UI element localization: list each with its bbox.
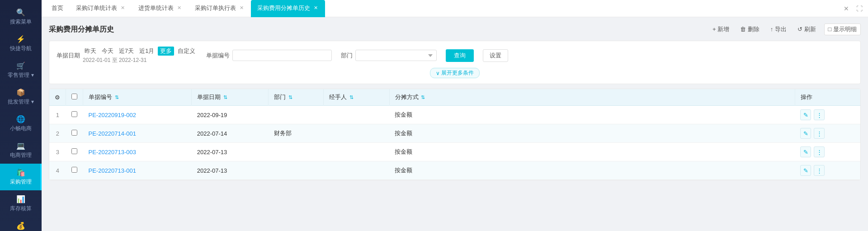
sidebar: 🔍搜索菜单⚡快捷导航🛒零售管理 ▾📦批发管理 ▾🌐小畅电商💻电商管理🛍️采购管理… — [0, 0, 42, 231]
row-split-1: 按金额 — [389, 124, 795, 143]
row-checkbox-0[interactable] — [66, 106, 83, 124]
row-docno-1[interactable]: PE-20220714-001 — [83, 124, 192, 143]
row-actions-0: ✎ ⋮ — [795, 106, 860, 124]
tab-inbound-summary[interactable]: 进货单统计表✕ — [132, 0, 189, 17]
col-settings[interactable]: ⚙ — [49, 89, 66, 106]
row-edit-btn-1[interactable]: ✎ — [800, 128, 811, 139]
table-row: 4 PE-20220713-001 2022-07-13 按金额 ✎ ⋮ — [49, 161, 860, 180]
shortcut-today[interactable]: 今天 — [100, 47, 115, 56]
shortcut-1month[interactable]: 近1月 — [137, 47, 156, 56]
sidebar-icon-quick: ⚡ — [2, 35, 40, 43]
col-split-method[interactable]: 分摊方式 ⇅ — [389, 89, 795, 106]
sidebar-icon-retail: 🛒 — [2, 61, 40, 70]
expand-more-row: ∨ 展开更多条件 — [57, 68, 853, 78]
row-docno-2[interactable]: PE-20220713-003 — [83, 143, 192, 161]
filter-settings-button[interactable]: 设置 — [483, 49, 508, 62]
row-actions-3: ✎ ⋮ — [795, 161, 860, 180]
sidebar-item-ecommerce[interactable]: 💻电商管理 — [0, 137, 42, 164]
window-maximize-icon[interactable]: ⛶ — [854, 4, 864, 13]
refresh-button[interactable]: ↺ 刷新 — [795, 24, 819, 35]
sidebar-item-purchase[interactable]: 🛍️采购管理 — [0, 164, 42, 190]
col-checkbox[interactable] — [66, 89, 83, 106]
show-cols-button[interactable]: □ 显示明细 — [824, 24, 861, 35]
date-filter-group: 单据日期 昨天 今天 近7天 近1月 更多 自定义 2022-01-01 至 2… — [57, 47, 197, 64]
filter-row: 单据日期 昨天 今天 近7天 近1月 更多 自定义 2022-01-01 至 2… — [57, 47, 853, 64]
sidebar-item-wholesale[interactable]: 📦批发管理 ▾ — [0, 84, 42, 110]
row-operator-1 — [323, 124, 389, 143]
sidebar-icon-inventory: 📊 — [2, 195, 40, 203]
sidebar-icon-purchase: 🛍️ — [2, 168, 40, 177]
search-button[interactable]: 查询 — [446, 49, 474, 62]
row-docno-3[interactable]: PE-20220713-001 — [83, 161, 192, 180]
table-header: ⚙ 单据编号 ⇅ 单据日期 ⇅ 部门 ⇅ — [49, 89, 860, 106]
row-edit-btn-0[interactable]: ✎ — [800, 109, 811, 120]
tab-close-purchase-cost[interactable]: ✕ — [313, 5, 319, 11]
toolbar: + 新增 🗑 删除 ↑ 导出 ↺ 刷新 □ 显示明细 — [710, 24, 861, 35]
tab-close-inbound-summary[interactable]: ✕ — [176, 5, 182, 11]
row-edit-btn-3[interactable]: ✎ — [800, 165, 811, 176]
sort-icon-operator: ⇅ — [349, 94, 354, 100]
tab-close-purchase-summary[interactable]: ✕ — [120, 5, 126, 11]
add-button[interactable]: + 新增 — [710, 24, 732, 35]
sidebar-label-retail: 零售管理 — [8, 72, 29, 78]
date-filter-label: 单据日期 — [57, 52, 80, 60]
sidebar-icon-micro: 🌐 — [2, 115, 40, 123]
dept-filter-label: 部门 — [341, 52, 353, 60]
sidebar-item-finance[interactable]: 💰资金管理 — [0, 217, 42, 231]
col-doc-no[interactable]: 单据编号 ⇅ — [83, 89, 192, 106]
select-all-checkbox[interactable] — [71, 94, 77, 99]
docno-input[interactable] — [232, 50, 332, 61]
row-actions-2: ✎ ⋮ — [795, 143, 860, 161]
row-more-btn-2[interactable]: ⋮ — [814, 146, 825, 157]
sidebar-item-quick[interactable]: ⚡快捷导航 — [0, 30, 42, 57]
tab-label-inbound-summary: 进货单统计表 — [138, 4, 174, 12]
sidebar-item-search[interactable]: 🔍搜索菜单 — [0, 4, 42, 30]
window-close-icon[interactable]: ✕ — [842, 4, 851, 13]
col-doc-no-label: 单据编号 — [89, 94, 112, 100]
row-docno-0[interactable]: PE-20220919-002 — [83, 106, 192, 124]
row-more-btn-3[interactable]: ⋮ — [814, 165, 825, 176]
col-operator-label: 经手人 — [329, 94, 347, 100]
sidebar-icon-search: 🔍 — [2, 8, 40, 17]
row-checkbox-2[interactable] — [66, 143, 83, 161]
table-row: 3 PE-20220713-003 2022-07-13 按金额 ✎ ⋮ — [49, 143, 860, 161]
col-doc-date[interactable]: 单据日期 ⇅ — [192, 89, 269, 106]
sidebar-icon-finance: 💰 — [2, 222, 40, 230]
delete-button[interactable]: 🗑 删除 — [737, 24, 762, 35]
row-more-btn-0[interactable]: ⋮ — [814, 109, 825, 120]
tab-bar: 首页采购订单统计表✕进货单统计表✕采购订单执行表✕采购费用分摊单历史✕ ✕ ⛶ — [42, 0, 868, 17]
table-body: 1 PE-20220919-002 2022-09-19 按金额 ✎ ⋮ 2 P… — [49, 106, 860, 180]
row-check-3[interactable] — [71, 167, 77, 173]
row-checkbox-3[interactable] — [66, 161, 83, 180]
row-check-2[interactable] — [71, 148, 77, 154]
tab-purchase-cost[interactable]: 采购费用分摊单历史✕ — [251, 0, 325, 17]
shortcut-custom[interactable]: 自定义 — [176, 47, 197, 56]
tab-purchase-summary[interactable]: 采购订单统计表✕ — [70, 0, 132, 17]
sidebar-item-micro[interactable]: 🌐小畅电商 — [0, 110, 42, 137]
docno-filter-label: 单据编号 — [206, 52, 230, 60]
row-check-0[interactable] — [71, 111, 77, 117]
row-more-btn-1[interactable]: ⋮ — [814, 128, 825, 139]
sidebar-item-retail[interactable]: 🛒零售管理 ▾ — [0, 57, 42, 84]
expand-more-button[interactable]: ∨ 展开更多条件 — [430, 68, 480, 78]
sidebar-icon-ecommerce: 💻 — [2, 141, 40, 150]
shortcut-yesterday[interactable]: 昨天 — [83, 47, 98, 56]
sidebar-label-quick: 快捷导航 — [10, 45, 32, 52]
tab-close-purchase-execute[interactable]: ✕ — [239, 5, 245, 11]
row-split-2: 按金额 — [389, 143, 795, 161]
row-edit-btn-2[interactable]: ✎ — [800, 146, 811, 157]
sidebar-item-inventory[interactable]: 📊库存核算 — [0, 190, 42, 217]
row-checkbox-1[interactable] — [66, 124, 83, 143]
col-operator[interactable]: 经手人 ⇅ — [323, 89, 389, 106]
export-button[interactable]: ↑ 导出 — [768, 24, 789, 35]
tab-home[interactable]: 首页 — [45, 0, 70, 17]
tab-purchase-execute[interactable]: 采购订单执行表✕ — [189, 0, 251, 17]
main-content: 首页采购订单统计表✕进货单统计表✕采购订单执行表✕采购费用分摊单历史✕ ✕ ⛶ … — [42, 0, 868, 231]
dept-select[interactable]: 财务部 — [355, 50, 437, 61]
shortcut-more[interactable]: 更多 — [158, 47, 174, 56]
row-check-1[interactable] — [71, 130, 77, 136]
row-num-2: 3 — [49, 143, 66, 161]
table-row: 1 PE-20220919-002 2022-09-19 按金额 ✎ ⋮ — [49, 106, 860, 124]
shortcut-7days[interactable]: 近7天 — [117, 47, 136, 56]
col-dept[interactable]: 部门 ⇅ — [269, 89, 324, 106]
